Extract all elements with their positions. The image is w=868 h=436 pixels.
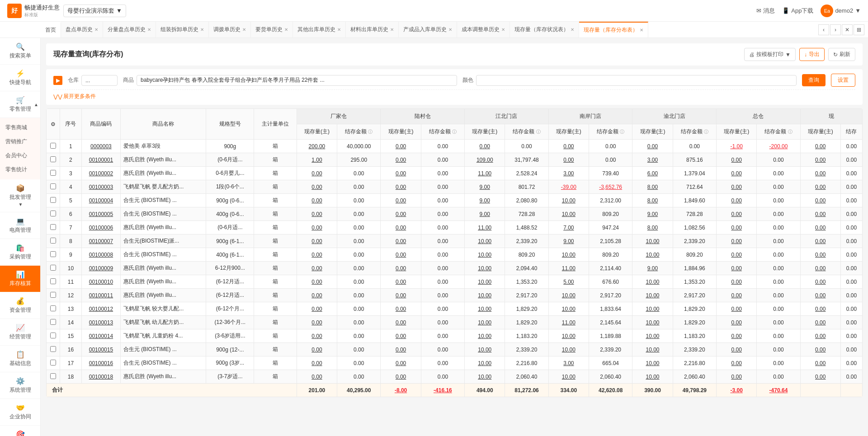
row-c5-qty[interactable]: 10.00 (632, 370, 673, 384)
col-check[interactable] (47, 370, 60, 384)
refresh-btn[interactable]: ↻ 刷新 (828, 48, 855, 61)
row-c2-qty[interactable]: 0.00 (381, 370, 421, 384)
filter-arrow-btn[interactable]: ▶ (53, 76, 62, 85)
tab-home[interactable]: 首页 (41, 22, 61, 38)
row-t-qty[interactable]: 0.00 (716, 221, 756, 234)
row-cur-qty[interactable]: 0.00 (800, 343, 840, 356)
row-c5-qty[interactable]: 10.00 (632, 234, 673, 248)
row-c4-qty[interactable]: 10.00 (548, 370, 589, 384)
row-c2-qty[interactable]: 0.00 (381, 153, 421, 167)
row-c2-qty[interactable]: 0.00 (381, 262, 421, 275)
row-cur-qty[interactable]: 0.00 (800, 194, 840, 207)
row-c5-qty[interactable]: 0.00 (632, 140, 673, 153)
row-c1-qty[interactable]: 0.00 (297, 343, 337, 356)
row-c1-qty[interactable]: 0.00 (297, 207, 337, 221)
search-btn[interactable]: 查询 (802, 74, 826, 86)
row-c4-qty[interactable]: 3.00 (548, 167, 589, 180)
close-icon[interactable]: ✕ (448, 27, 452, 32)
info-icon[interactable]: ⓘ (452, 129, 457, 134)
row-code[interactable]: 00100018 (81, 370, 120, 384)
row-cur-qty[interactable]: 0.00 (800, 234, 840, 248)
row-c5-qty[interactable]: 9.00 (632, 262, 673, 275)
row-t-qty[interactable]: 0.00 (716, 248, 756, 262)
row-c4-qty[interactable]: 10.00 (548, 194, 589, 207)
row-c2-qty[interactable]: 0.00 (381, 275, 421, 289)
tab-prev-btn[interactable]: ‹ (818, 24, 829, 35)
row-c5-qty[interactable]: 10.00 (632, 248, 673, 262)
sidebar-item-marketing[interactable]: 营销推广 (0, 135, 40, 149)
row-c4-qty[interactable]: 10.00 (548, 289, 589, 302)
row-c4-qty[interactable]: 10.00 (548, 207, 589, 221)
sidebar-item-basic[interactable]: 📋 基础信息 (0, 346, 40, 372)
row-c1-qty[interactable]: 0.00 (297, 356, 337, 370)
row-c5-qty[interactable]: 3.00 (632, 153, 673, 167)
row-c4-qty[interactable]: 5.00 (548, 275, 589, 289)
row-t-qty[interactable]: 0.00 (716, 356, 756, 370)
col-check[interactable] (47, 316, 60, 329)
goods-input[interactable] (137, 75, 457, 86)
col-check[interactable] (47, 329, 60, 343)
color-input[interactable] (476, 75, 797, 86)
row-c1-qty[interactable]: 1.00 (297, 153, 337, 167)
row-c2-qty[interactable]: 0.00 (381, 329, 421, 343)
tab-next-btn[interactable]: › (830, 24, 841, 35)
row-code[interactable]: 00100015 (81, 343, 120, 356)
row-t-qty[interactable]: 0.00 (716, 329, 756, 343)
sidebar-item-purchase[interactable]: 🛍️ 采购管理 (0, 239, 40, 266)
tab-3[interactable]: 组装拆卸单历史 ✕ (156, 22, 209, 38)
row-t-qty[interactable]: 0.00 (716, 194, 756, 207)
close-icon[interactable]: ✕ (390, 27, 394, 32)
row-code[interactable]: 00100004 (81, 194, 120, 207)
col-check[interactable] (47, 275, 60, 289)
row-c1-qty[interactable]: 0.00 (297, 167, 337, 180)
row-c3-qty[interactable]: 109.00 (465, 153, 505, 167)
row-c4-qty[interactable]: 11.00 (548, 316, 589, 329)
sidebar-item-ecommerce[interactable]: 💻 电商管理 (0, 212, 40, 239)
row-code[interactable]: 00100012 (81, 302, 120, 316)
row-code[interactable]: 00100007 (81, 234, 120, 248)
row-c2-qty[interactable]: 0.00 (381, 167, 421, 180)
sidebar-item-retail-mgmt[interactable]: 🛒 零售管理 ▲ (0, 91, 40, 118)
row-t-qty[interactable]: 0.00 (716, 153, 756, 167)
row-c3-qty[interactable]: 10.00 (465, 234, 505, 248)
row-cur-qty[interactable]: 0.00 (800, 248, 840, 262)
row-cur-qty[interactable]: 0.00 (800, 275, 840, 289)
info-icon[interactable]: ⓘ (368, 129, 373, 134)
row-c1-qty[interactable]: 0.00 (297, 370, 337, 384)
col-settings[interactable]: ⚙ (47, 109, 60, 140)
row-c5-qty[interactable]: 9.00 (632, 207, 673, 221)
row-c5-qty[interactable]: 10.00 (632, 329, 673, 343)
row-t-qty[interactable]: 0.00 (716, 289, 756, 302)
close-icon[interactable]: ✕ (200, 27, 204, 32)
row-c1-qty[interactable]: 0.00 (297, 329, 337, 343)
row-c3-qty[interactable]: 0.00 (465, 140, 505, 153)
row-c5-qty[interactable]: 6.00 (632, 167, 673, 180)
row-code[interactable]: 00100006 (81, 221, 120, 234)
col-check[interactable] (47, 343, 60, 356)
row-cur-qty[interactable]: 0.00 (800, 180, 840, 194)
row-c5-qty[interactable]: 10.00 (632, 316, 673, 329)
row-c2-qty[interactable]: 0.00 (381, 180, 421, 194)
row-c5-qty[interactable]: 10.00 (632, 289, 673, 302)
row-c4-qty[interactable]: 0.00 (548, 153, 589, 167)
row-t-qty[interactable]: 0.00 (716, 316, 756, 329)
row-c5-qty[interactable]: 8.00 (632, 221, 673, 234)
sidebar-item-system[interactable]: ⚙️ 系统管理 (0, 372, 40, 399)
row-cur-qty[interactable]: 0.00 (800, 153, 840, 167)
tab-4[interactable]: 调拨单历史 ✕ (209, 22, 251, 38)
row-c3-qty[interactable]: 9.00 (465, 180, 505, 194)
sidebar-item-inventory[interactable]: 📊 库存核算 (0, 266, 40, 292)
row-code[interactable]: 00100002 (81, 167, 120, 180)
tab-2[interactable]: 分量盘点单历史 ✕ (103, 22, 156, 38)
row-c3-qty[interactable]: 9.00 (465, 194, 505, 207)
row-c2-qty[interactable]: 0.00 (381, 194, 421, 207)
row-c3-qty[interactable]: 10.00 (465, 343, 505, 356)
row-code[interactable]: 00100005 (81, 207, 120, 221)
row-c1-qty[interactable]: 0.00 (297, 234, 337, 248)
row-c2-qty[interactable]: 0.00 (381, 316, 421, 329)
row-code[interactable]: 00100016 (81, 356, 120, 370)
row-c3-qty[interactable]: 10.00 (465, 275, 505, 289)
info-icon[interactable]: ⓘ (704, 129, 708, 134)
row-c2-qty[interactable]: 0.00 (381, 248, 421, 262)
close-icon[interactable]: ✕ (571, 27, 574, 32)
